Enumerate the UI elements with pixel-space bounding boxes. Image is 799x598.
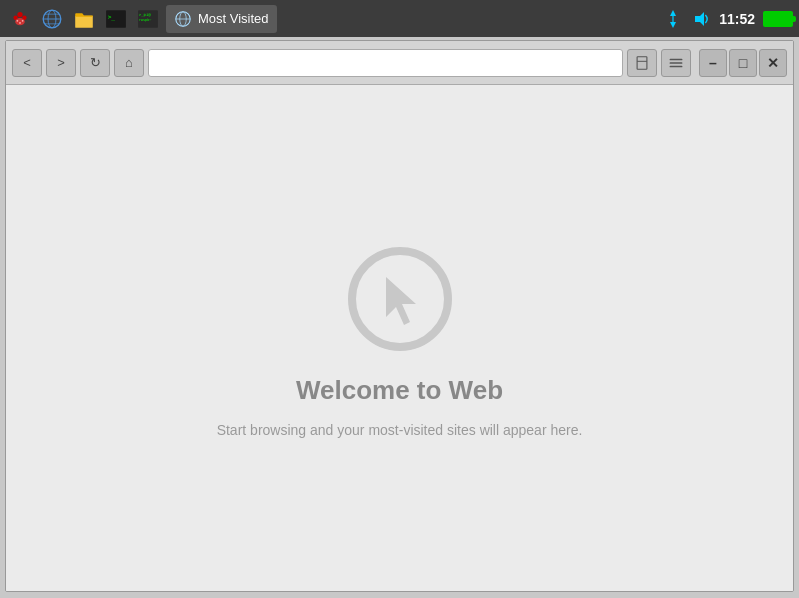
welcome-title: Welcome to Web xyxy=(296,375,503,406)
svg-rect-25 xyxy=(637,56,647,69)
home-button[interactable]: ⌂ xyxy=(114,49,144,77)
minimize-button[interactable]: – xyxy=(699,49,727,77)
file-manager-icon[interactable] xyxy=(70,5,98,33)
forward-button[interactable]: > xyxy=(46,49,76,77)
web-logo xyxy=(340,239,460,359)
url-bar[interactable] xyxy=(148,49,623,77)
active-window-icon xyxy=(174,10,192,28)
browser-toolbar: < > ↻ ⌂ – □ ✕ xyxy=(6,41,793,85)
menu-button[interactable] xyxy=(661,49,691,77)
svg-marker-21 xyxy=(670,10,676,16)
close-button[interactable]: ✕ xyxy=(759,49,787,77)
window-controls: – □ ✕ xyxy=(699,49,787,77)
network-transfer-icon xyxy=(663,9,683,29)
raspberry-menu-icon[interactable] xyxy=(6,5,34,33)
back-button[interactable]: < xyxy=(12,49,42,77)
terminal-icon[interactable]: >_pi@ raspb~ xyxy=(134,5,162,33)
taskbar: >_ >_pi@ raspb~ Most Visited xyxy=(0,0,799,37)
svg-text:>_pi@: >_pi@ xyxy=(139,12,152,17)
battery-icon xyxy=(763,11,793,27)
svg-point-5 xyxy=(22,19,24,21)
welcome-subtitle: Start browsing and your most-visited sit… xyxy=(217,422,583,438)
svg-point-4 xyxy=(16,19,18,21)
maximize-button[interactable]: □ xyxy=(729,49,757,77)
volume-icon[interactable] xyxy=(691,9,711,29)
svg-point-6 xyxy=(19,22,21,24)
svg-rect-12 xyxy=(75,15,93,27)
svg-marker-22 xyxy=(670,22,676,28)
svg-point-0 xyxy=(17,11,22,16)
svg-text:>_: >_ xyxy=(108,13,116,21)
active-window-label: Most Visited xyxy=(198,11,269,26)
browser-content: Welcome to Web Start browsing and your m… xyxy=(6,85,793,591)
bookmark-icon xyxy=(635,56,649,70)
svg-text:raspb~: raspb~ xyxy=(139,17,152,21)
reload-button[interactable]: ↻ xyxy=(80,49,110,77)
svg-point-3 xyxy=(15,18,25,25)
web-logo-svg xyxy=(340,239,460,359)
clock: 11:52 xyxy=(719,11,755,27)
hamburger-icon xyxy=(669,56,683,70)
browser-window: < > ↻ ⌂ – □ ✕ xyxy=(5,40,794,592)
terminal-dark-icon[interactable]: >_ xyxy=(102,5,130,33)
system-tray: 11:52 xyxy=(663,9,793,29)
svg-marker-24 xyxy=(695,12,704,26)
bookmark-button[interactable] xyxy=(627,49,657,77)
browser-taskbar-icon[interactable] xyxy=(38,5,66,33)
active-window-tab[interactable]: Most Visited xyxy=(166,5,277,33)
